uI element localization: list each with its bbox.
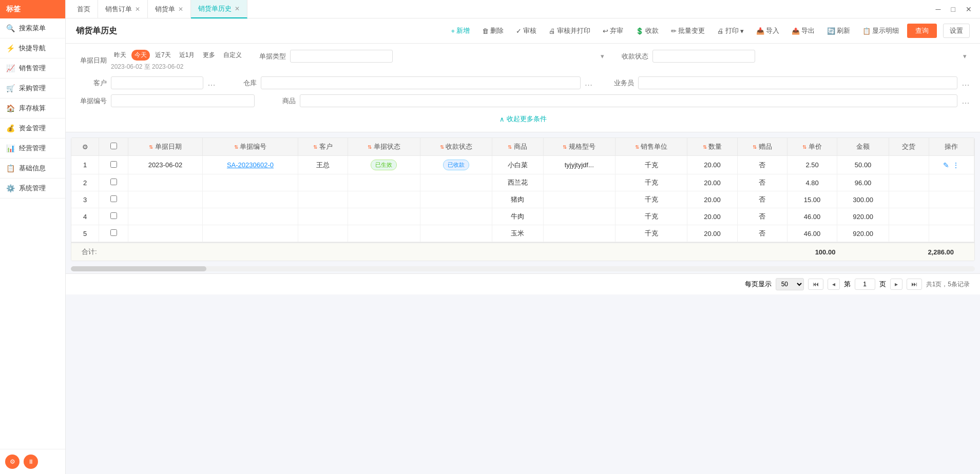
collect-button[interactable]: 💲 收款 bbox=[631, 24, 663, 37]
export-button[interactable]: 📤 导出 bbox=[787, 24, 819, 37]
warehouse-more-icon[interactable]: … bbox=[585, 78, 593, 88]
salesperson-input[interactable] bbox=[638, 76, 958, 89]
more-action-icon[interactable]: ⋮ bbox=[952, 161, 959, 169]
col-sales-unit[interactable]: ⇅ 销售单位 bbox=[615, 138, 687, 156]
col-gift[interactable]: ⇅ 赠品 bbox=[737, 138, 787, 156]
row-checkbox-input[interactable] bbox=[110, 195, 117, 202]
scrollbar-thumb[interactable] bbox=[71, 266, 206, 271]
filter-row-3: 单据编号 商品 … bbox=[76, 94, 970, 107]
tab-close-sales-order[interactable]: ✕ bbox=[135, 6, 140, 13]
col-customer[interactable]: ⇅ 客户 bbox=[298, 138, 348, 156]
edit-action-icon[interactable]: ✎ bbox=[943, 161, 949, 169]
audit-button[interactable]: ✓ 审核 bbox=[512, 24, 541, 37]
new-button[interactable]: + 新增 bbox=[447, 24, 474, 37]
sidebar-settings-icon[interactable]: ⚙ bbox=[5, 455, 20, 469]
docno-input[interactable] bbox=[111, 94, 255, 107]
refresh-button[interactable]: 🔄 刷新 bbox=[823, 24, 854, 37]
last-page-button[interactable]: ⏭ bbox=[907, 279, 922, 290]
col-unit-price[interactable]: ⇅ 单价 bbox=[787, 138, 837, 156]
batch-change-button[interactable]: ✏ 批量变更 bbox=[667, 24, 709, 37]
audit-print-button[interactable]: 🖨 审核并打印 bbox=[545, 24, 594, 37]
abandon-button[interactable]: ↩ 弃审 bbox=[599, 24, 627, 37]
customer-more-icon[interactable]: … bbox=[207, 78, 216, 88]
tab-sales-delivery[interactable]: 销货单 ✕ bbox=[148, 0, 191, 18]
sidebar-item-sales-mgmt[interactable]: 📈 销售管理 bbox=[0, 58, 65, 78]
sidebar-item-ops-mgmt[interactable]: 📊 经营管理 bbox=[0, 139, 65, 159]
col-doc-no[interactable]: ⇅ 单据编号 bbox=[203, 138, 298, 156]
filter-group-salesperson: 业务员 … bbox=[603, 76, 970, 89]
shortcut-yesterday[interactable]: 昨天 bbox=[111, 50, 129, 61]
next-page-button[interactable]: ▸ bbox=[890, 279, 902, 290]
sidebar-item-finance-mgmt[interactable]: 💰 资金管理 bbox=[0, 118, 65, 139]
select-all-checkbox[interactable] bbox=[110, 143, 117, 149]
close-button[interactable]: ✕ bbox=[962, 4, 976, 14]
doc-type-select[interactable] bbox=[290, 50, 393, 63]
pagination: 每页显示 50 100 ⏮ ◂ 第 1 页 ▸ ⏭ 共1页，5条记录 bbox=[66, 273, 980, 294]
collapse-btn[interactable]: ∧ 收起更多条件 bbox=[76, 112, 970, 126]
search-icon: 🔍 bbox=[6, 24, 15, 32]
row-doc-no[interactable] bbox=[203, 225, 298, 242]
sidebar-item-stock-calc[interactable]: 🏠 库存核算 bbox=[0, 98, 65, 118]
tab-home[interactable]: 首页 bbox=[70, 0, 98, 18]
col-collect-status[interactable]: ⇅ 收款状态 bbox=[420, 138, 492, 156]
minimize-button[interactable]: ─ bbox=[932, 4, 945, 14]
customer-input[interactable] bbox=[111, 76, 203, 89]
tab-close-sales-delivery[interactable]: ✕ bbox=[178, 6, 183, 13]
row-collect-status bbox=[420, 225, 492, 242]
tab-close-sales-history[interactable]: ✕ bbox=[235, 5, 240, 12]
tab-sales-order[interactable]: 销售订单 ✕ bbox=[98, 0, 148, 18]
row-doc-no[interactable]: SA-20230602-0 bbox=[203, 156, 298, 174]
collect-status-select[interactable] bbox=[652, 50, 755, 63]
row-checkbox-input[interactable] bbox=[110, 212, 117, 219]
goods-more-icon[interactable]: … bbox=[962, 96, 970, 106]
delete-button[interactable]: 🗑 删除 bbox=[478, 24, 508, 37]
col-transaction[interactable]: 交货 bbox=[889, 138, 929, 156]
col-settings[interactable]: ⚙ bbox=[71, 138, 99, 156]
warehouse-input[interactable] bbox=[261, 76, 581, 89]
shortcut-1month[interactable]: 近1月 bbox=[176, 50, 198, 61]
col-goods[interactable]: ⇅ 商品 bbox=[492, 138, 544, 156]
sidebar-item-quick-nav[interactable]: ⚡ 快捷导航 bbox=[0, 38, 65, 58]
col-spec-type[interactable]: ⇅ 规格型号 bbox=[543, 138, 615, 156]
row-doc-no[interactable] bbox=[203, 191, 298, 208]
sidebar-item-sys-mgmt[interactable]: ⚙️ 系统管理 bbox=[0, 179, 65, 199]
col-quantity[interactable]: ⇅ 数量 bbox=[687, 138, 737, 156]
sidebar-item-search-menu[interactable]: 🔍 搜索菜单 bbox=[0, 18, 65, 38]
sidebar-collapse-icon[interactable]: ⏸ bbox=[24, 455, 38, 469]
per-page-select[interactable]: 50 100 bbox=[776, 278, 804, 290]
col-doc-status[interactable]: ⇅ 单据状态 bbox=[348, 138, 420, 156]
col-amount[interactable]: 金额 bbox=[837, 138, 889, 156]
row-transaction bbox=[889, 174, 929, 191]
row-checkbox-input[interactable] bbox=[110, 161, 117, 168]
page-number-input[interactable]: 1 bbox=[855, 279, 875, 290]
prev-page-button[interactable]: ◂ bbox=[828, 279, 840, 290]
export-icon: 📤 bbox=[792, 27, 800, 35]
show-detail-button[interactable]: 📋 显示明细 bbox=[858, 24, 903, 37]
col-doc-date[interactable]: ⇅ 单据日期 bbox=[128, 138, 202, 156]
tab-sales-history[interactable]: 销货单历史 ✕ bbox=[191, 0, 247, 18]
shortcut-7days[interactable]: 近7天 bbox=[152, 50, 174, 61]
sidebar-item-purchase-mgmt[interactable]: 🛒 采购管理 bbox=[0, 78, 65, 98]
table-row: 5玉米千克20.00否46.00920.00 bbox=[71, 225, 974, 242]
maximize-button[interactable]: □ bbox=[947, 4, 959, 14]
row-doc-no[interactable] bbox=[203, 208, 298, 225]
goods-input[interactable] bbox=[300, 94, 957, 107]
row-goods: 西兰花 bbox=[492, 174, 544, 191]
row-doc-no[interactable] bbox=[203, 174, 298, 191]
salesperson-more-icon[interactable]: … bbox=[962, 78, 970, 88]
shortcut-custom[interactable]: 自定义 bbox=[220, 50, 245, 61]
sidebar-item-basic-info[interactable]: 📋 基础信息 bbox=[0, 159, 65, 179]
shortcut-today[interactable]: 今天 bbox=[131, 50, 150, 61]
row-checkbox-input[interactable] bbox=[110, 179, 117, 185]
row-action[interactable]: ✎⋮ bbox=[929, 156, 974, 174]
row-checkbox-input[interactable] bbox=[110, 229, 117, 236]
shortcut-more[interactable]: 更多 bbox=[200, 50, 218, 61]
doc-no-link[interactable]: SA-20230602-0 bbox=[227, 161, 274, 169]
query-button[interactable]: 查询 bbox=[907, 24, 937, 38]
setting-button[interactable]: 设置 bbox=[943, 24, 970, 38]
first-page-button[interactable]: ⏮ bbox=[808, 279, 823, 290]
horizontal-scrollbar[interactable] bbox=[71, 266, 975, 271]
print-button[interactable]: 🖨 打印 ▾ bbox=[713, 24, 748, 37]
import-button[interactable]: 📥 导入 bbox=[752, 24, 783, 37]
salesperson-label: 业务员 bbox=[603, 78, 634, 88]
